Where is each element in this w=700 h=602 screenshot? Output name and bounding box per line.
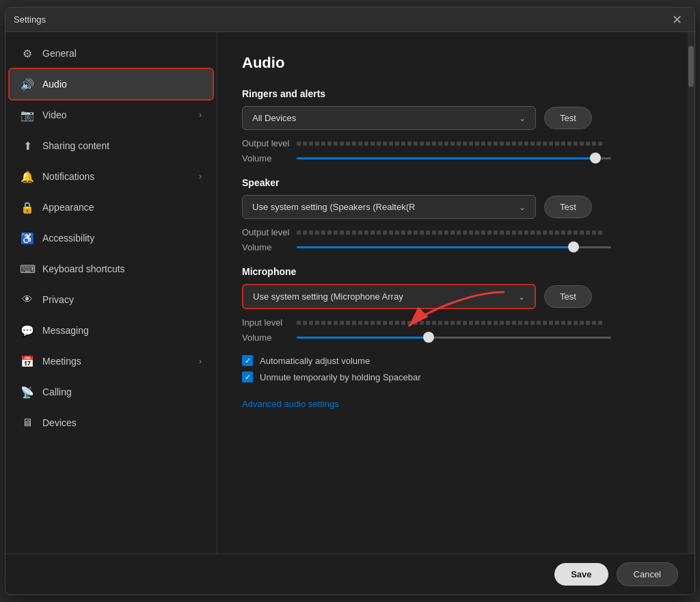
level-dot [414,321,418,325]
ringers-dropdown-value: All Devices [252,113,296,123]
level-dot [506,142,510,146]
unmute-spacebar-checkbox[interactable]: ✓ [242,371,253,382]
ringers-slider-track [297,157,611,159]
level-dot [364,231,368,235]
ringers-test-button[interactable]: Test [544,107,592,129]
level-dot [395,321,399,325]
accessibility-icon: ♿ [21,231,34,245]
sidebar-item-notifications[interactable]: 🔔Notifications› [10,161,213,192]
level-dot [352,142,356,146]
level-dot [346,142,350,146]
sidebar-item-sharing[interactable]: ⬆Sharing content [10,131,213,161]
sidebar-item-devices[interactable]: 🖥Devices [10,408,213,438]
scrollbar-thumb[interactable] [688,46,694,87]
level-dot [407,142,412,146]
level-dot [518,231,522,235]
level-dot [352,321,356,325]
microphone-slider-thumb[interactable] [423,332,434,343]
sidebar-item-appearance[interactable]: 🔒Appearance [10,192,213,222]
speaker-test-button[interactable]: Test [544,196,592,218]
speaker-slider-track [297,246,611,248]
level-dot [321,321,325,325]
sidebar-item-general[interactable]: ⚙General [10,38,213,68]
sidebar-item-accessibility[interactable]: ♿Accessibility [10,223,213,253]
close-button[interactable]: ✕ [667,10,686,29]
ringers-dropdown-chevron-icon: ⌄ [519,114,526,123]
level-dot [327,142,332,146]
messaging-label: Messaging [42,325,202,336]
sidebar: ⚙General🔊Audio📷Video›⬆Sharing content🔔No… [5,32,217,553]
level-dot [383,231,387,235]
level-dot [561,231,565,235]
save-button[interactable]: Save [554,563,608,586]
auto-adjust-checkbox[interactable]: ✓ [242,355,253,366]
level-dot [358,142,362,146]
speaker-volume-slider[interactable] [297,240,611,254]
speaker-slider-thumb[interactable] [568,241,579,252]
level-dot [309,142,313,146]
sidebar-item-calling[interactable]: 📡Calling [10,377,213,407]
microphone-input-level-label: Input level [242,317,297,328]
window-title: Settings [14,14,46,25]
level-dot [346,321,350,325]
level-dot [506,321,510,325]
level-dot [457,321,461,325]
level-dot [469,231,473,235]
level-dot [506,231,510,235]
ringers-slider-fill [297,157,595,159]
level-dot [401,231,405,235]
sidebar-item-keyboard[interactable]: ⌨Keyboard shortcuts [10,254,213,284]
sidebar-item-video[interactable]: 📷Video› [10,100,213,130]
advanced-audio-link[interactable]: Advanced audio settings [242,399,339,409]
microphone-input-level-row: Input level [242,317,663,328]
level-dot [340,321,344,325]
level-dot [518,142,522,146]
level-dot [297,231,301,235]
microphone-test-button[interactable]: Test [544,285,592,308]
video-chevron-icon: › [199,110,202,120]
level-dot [303,142,307,146]
level-dot [543,142,547,146]
ringers-volume-slider[interactable] [297,151,611,165]
level-dot [512,142,516,146]
sidebar-item-privacy[interactable]: 👁Privacy [10,285,213,315]
level-dot [567,231,571,235]
level-dot [500,231,504,235]
level-dot [383,321,387,325]
level-dot [500,142,504,146]
level-dot [481,231,485,235]
microphone-volume-slider[interactable] [297,330,611,344]
level-dot [297,321,301,325]
cancel-button[interactable]: Cancel [617,562,678,586]
microphone-dropdown[interactable]: Use system setting (Microphone Array ⌄ [242,284,536,309]
auto-adjust-label: Automatically adjust volume [260,356,370,366]
level-dot [463,321,467,325]
level-dot [389,231,393,235]
ringers-slider-thumb[interactable] [590,153,601,163]
speaker-output-level-row: Output level [242,227,663,237]
level-dot [549,321,553,325]
speaker-dropdown[interactable]: Use system setting (Speakers (Realtek(R … [242,195,536,219]
calling-icon: 📡 [21,385,34,399]
video-icon: 📷 [21,108,34,122]
ringers-dropdown-row: All Devices ⌄ Test [242,106,663,130]
level-dot [487,142,492,146]
level-dot [580,231,584,235]
sharing-label: Sharing content [42,140,202,151]
level-dot [494,231,498,235]
level-dot [574,231,578,235]
level-dot [586,321,590,325]
sidebar-item-meetings[interactable]: 📅Meetings› [10,346,213,376]
level-dot [377,142,381,146]
level-dot [389,321,393,325]
sidebar-item-messaging[interactable]: 💬Messaging [10,315,213,345]
microphone-slider-fill [297,337,429,339]
level-dot [327,231,332,235]
level-dot [586,231,590,235]
ringers-dropdown[interactable]: All Devices ⌄ [242,106,536,130]
level-dot [475,231,479,235]
level-dot [555,142,559,146]
keyboard-label: Keyboard shortcuts [42,263,202,274]
sidebar-item-audio[interactable]: 🔊Audio [10,69,213,99]
devices-label: Devices [42,417,202,428]
